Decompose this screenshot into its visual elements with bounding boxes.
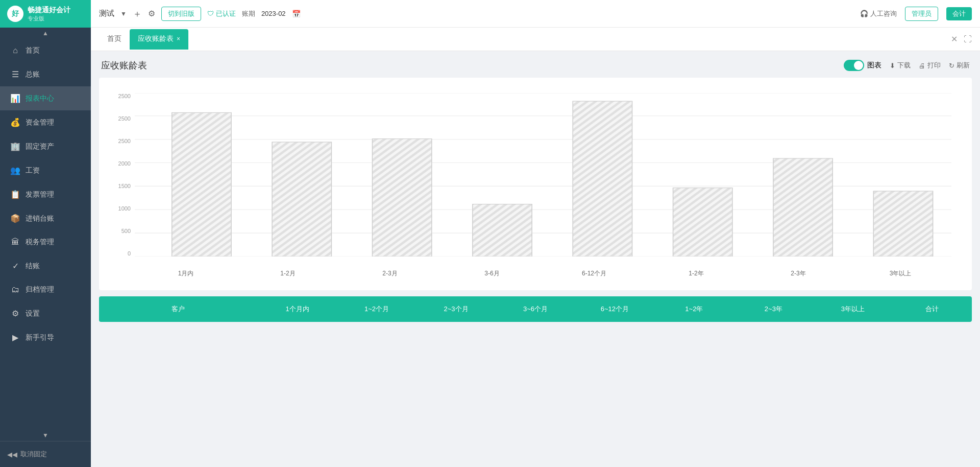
sidebar-item-invoices[interactable]: 📋 发票管理	[0, 182, 91, 206]
sidebar-item-label: 发票管理	[26, 190, 54, 199]
y-axis: 2500 2500 2500 2000 1500 1000 500 0	[109, 93, 135, 256]
sidebar-item-label: 设置	[26, 309, 40, 318]
sidebar-item-wages[interactable]: 👥 工资	[0, 158, 91, 182]
home-icon: ⌂	[10, 46, 20, 55]
close-account-icon: ✓	[10, 261, 20, 271]
sidebar-item-label: 新手引导	[26, 333, 54, 342]
invoices-icon: 📋	[10, 190, 20, 199]
sidebar-item-home[interactable]: ⌂ 首页	[0, 39, 91, 62]
add-project-icon[interactable]: ＋	[133, 8, 142, 20]
toggle-track[interactable]	[844, 60, 864, 71]
print-icon: 🖨	[919, 62, 925, 69]
x-label-3y-plus: 3年以上	[849, 269, 951, 278]
th-3-6m: 3~6个月	[496, 296, 575, 322]
content-area: 应收账龄表 图表 ⬇ 下载 🖨 打印 ↻ 刷新	[91, 51, 980, 467]
project-name: 测试	[99, 9, 114, 18]
th-1m: 1个月内	[258, 296, 337, 322]
close-window-icon[interactable]: ✕	[951, 34, 958, 44]
sidebar-item-label: 工资	[26, 166, 40, 175]
x-label-1-2y: 1-2年	[645, 269, 747, 278]
chart-svg	[135, 93, 951, 256]
x-label-2-3m: 2-3月	[339, 269, 441, 278]
print-button[interactable]: 🖨 打印	[919, 61, 941, 70]
y-label: 2500	[118, 115, 131, 122]
wages-icon: 👥	[10, 166, 20, 175]
sidebar-item-label: 固定资产	[26, 142, 54, 151]
sidebar-item-settings[interactable]: ⚙ 设置	[0, 301, 91, 325]
expand-icon[interactable]: ⛶	[964, 35, 972, 44]
sidebar-item-label: 总账	[26, 70, 40, 79]
chart-container: 2500 2500 2500 2000 1500 1000 500 0	[99, 78, 972, 290]
tab-close-icon[interactable]: ×	[177, 35, 180, 42]
project-settings-icon[interactable]: ⚙	[148, 9, 155, 18]
account-button[interactable]: 会计	[946, 7, 972, 20]
topbar-right: 🎧 人工咨询 管理员 会计	[860, 7, 972, 21]
x-label-3-6m: 3-6月	[441, 269, 543, 278]
consult-button[interactable]: 🎧 人工咨询	[860, 9, 897, 18]
th-6-12m: 6~12个月	[575, 296, 654, 322]
purchase-icon: 📦	[10, 214, 20, 223]
cancel-fixed-button[interactable]: ◀◀ 取消固定	[7, 447, 84, 462]
tab-home[interactable]: 首页	[99, 29, 130, 50]
sidebar-navigation: ⌂ 首页 ☰ 总账 📊 报表中心 💰 资金管理 🏢 固定资产 👥 工资 📋 发票…	[0, 39, 91, 430]
assets-icon: 🏢	[10, 142, 20, 151]
y-label: 2000	[118, 160, 131, 167]
sidebar-item-archive[interactable]: 🗂 归档管理	[0, 278, 91, 301]
y-label: 500	[121, 228, 131, 234]
sidebar-item-funds[interactable]: 💰 资金管理	[0, 110, 91, 134]
logo-icon: 好	[7, 6, 23, 22]
guide-icon: ▶	[10, 333, 20, 342]
sidebar-item-purchase[interactable]: 📦 进销台账	[0, 206, 91, 230]
switch-version-button[interactable]: 切到旧版	[161, 7, 201, 21]
th-total: 合计	[893, 296, 972, 322]
admin-button[interactable]: 管理员	[905, 7, 938, 21]
download-icon: ⬇	[890, 62, 895, 69]
chart-toggle-label: 图表	[867, 61, 881, 70]
sidebar-item-guide[interactable]: ▶ 新手引导	[0, 325, 91, 349]
tab-receivable-aging[interactable]: 应收账龄表 ×	[130, 29, 188, 50]
th-2-3m: 2~3个月	[416, 296, 496, 322]
topbar: 测试 ▼ ＋ ⚙ 切到旧版 🛡 已认证 账期 2023-02 📅 🎧 人工咨询 …	[91, 0, 980, 28]
svg-rect-8	[172, 112, 231, 256]
chart-toggle[interactable]: 图表	[844, 60, 881, 71]
x-label-1-2m: 1-2月	[237, 269, 339, 278]
sidebar: 好 畅捷通好会计 专业版 ▲ ⌂ 首页 ☰ 总账 📊 报表中心 💰 资金管理 🏢…	[0, 0, 91, 467]
svg-rect-10	[372, 139, 431, 256]
headset-icon: 🎧	[860, 10, 868, 17]
sidebar-scroll-down[interactable]: ▼	[0, 430, 91, 441]
tabs-right-actions: ✕ ⛶	[951, 34, 972, 44]
y-label: 2500	[118, 138, 131, 144]
sidebar-item-label: 结账	[26, 262, 40, 271]
archive-icon: 🗂	[10, 285, 20, 294]
th-1-2m: 1~2个月	[337, 296, 416, 322]
sidebar-item-tax[interactable]: 🏛 税务管理	[0, 230, 91, 254]
sidebar-item-close-account[interactable]: ✓ 结账	[0, 254, 91, 278]
page-header: 应收账龄表 图表 ⬇ 下载 🖨 打印 ↻ 刷新	[99, 59, 972, 72]
refresh-button[interactable]: ↻ 刷新	[949, 61, 970, 70]
certified-badge: 🛡 已认证	[207, 9, 236, 18]
tax-icon: 🏛	[10, 238, 20, 247]
sidebar-scroll-up[interactable]: ▲	[0, 28, 91, 39]
sidebar-item-assets[interactable]: 🏢 固定资产	[0, 134, 91, 158]
cancel-fixed-icon: ◀◀	[7, 451, 17, 458]
calendar-icon[interactable]: 📅	[292, 10, 301, 18]
sidebar-item-label: 报表中心	[26, 94, 54, 103]
settings-icon: ⚙	[10, 309, 20, 318]
th-2-3y: 2~3年	[734, 296, 813, 322]
bar-chart: 2500 2500 2500 2000 1500 1000 500 0	[109, 88, 962, 282]
project-dropdown-icon[interactable]: ▼	[120, 10, 127, 17]
tab-home-label: 首页	[107, 34, 121, 43]
svg-rect-9	[272, 142, 331, 256]
svg-rect-14	[773, 158, 832, 256]
tab-active-label: 应收账龄表	[138, 34, 174, 43]
ledger-icon: ☰	[10, 69, 20, 79]
page-actions: 图表 ⬇ 下载 🖨 打印 ↻ 刷新	[844, 60, 970, 71]
shield-icon: 🛡	[207, 10, 214, 17]
x-label-6-12m: 6-12个月	[543, 269, 645, 278]
y-label: 1000	[118, 205, 131, 212]
download-button[interactable]: ⬇ 下载	[890, 61, 911, 70]
sidebar-item-reports[interactable]: 📊 报表中心	[0, 86, 91, 110]
sidebar-item-ledger[interactable]: ☰ 总账	[0, 62, 91, 86]
sidebar-item-label: 资金管理	[26, 118, 54, 127]
sidebar-item-label: 税务管理	[26, 238, 54, 247]
